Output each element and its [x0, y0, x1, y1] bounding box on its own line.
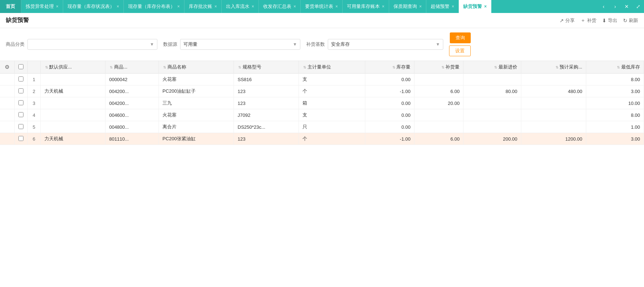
page-header: 缺货预警 ↗ 分享 ＋ 补货 ⬇ 导出 ↻ 刷新 — [0, 13, 644, 28]
nav-tab-8[interactable]: 可用量库存账本 × — [343, 0, 389, 13]
row-name: 三九 — [159, 97, 234, 109]
replenish-select[interactable]: 安全库存 ▼ — [328, 39, 443, 50]
refresh-button[interactable]: ↻ 刷新 — [623, 17, 638, 24]
select-all-checkbox[interactable] — [18, 64, 23, 69]
sort-min-stock-icon: ⇅ — [617, 65, 620, 69]
row-spec: 123 — [234, 85, 299, 97]
row-checkbox[interactable] — [18, 136, 23, 141]
sort-unit-icon: ⇅ — [303, 65, 306, 69]
nav-tab-6[interactable]: 收发存汇总表 × — [259, 0, 301, 13]
data-table: ⚙ ⇅ 默认供应... ⇅ 商品... ⇅ — [0, 61, 644, 145]
settings-button[interactable]: 设置 — [449, 45, 471, 56]
row-unit: 支 — [299, 109, 365, 121]
close-tab-8-icon[interactable]: × — [382, 4, 384, 9]
nav-tab-1[interactable]: 拣货异常处理 × — [21, 0, 63, 13]
close-tab-6-icon[interactable]: × — [293, 4, 296, 9]
table-body: 1 0000042 火花塞 SS816 支 0.00 8.00 2 力天机械 0… — [0, 74, 644, 145]
close-tab-5-icon[interactable]: × — [252, 4, 254, 9]
row-latest-price — [464, 74, 521, 85]
row-checkbox-cell — [14, 109, 27, 121]
nav-tab-9[interactable]: 保质期查询 × — [389, 0, 426, 13]
row-est-purchase — [521, 74, 586, 85]
row-settings-cell — [0, 97, 14, 109]
row-replenish — [414, 109, 464, 121]
nav-prev-button[interactable]: ‹ — [598, 0, 609, 13]
row-num: 5 — [27, 121, 40, 133]
close-tab-2-icon[interactable]: × — [117, 4, 119, 9]
row-checkbox-cell — [14, 133, 27, 145]
row-min-stock: 3.00 — [586, 133, 644, 145]
nav-tab-5[interactable]: 出入库流水 × — [222, 0, 259, 13]
export-button[interactable]: ⬇ 导出 — [602, 17, 617, 24]
close-tab-11-icon[interactable]: × — [484, 4, 487, 9]
close-tab-4-icon[interactable]: × — [214, 4, 217, 9]
row-spec: SS816 — [234, 74, 299, 85]
row-checkbox[interactable] — [18, 124, 23, 129]
nav-tab-11[interactable]: 缺货预警 × — [459, 0, 491, 13]
row-stock: -1.00 — [365, 85, 414, 97]
nav-tab-4[interactable]: 库存批次账 × — [184, 0, 222, 13]
row-est-purchase — [521, 97, 586, 109]
row-num: 2 — [27, 85, 40, 97]
close-tab-10-icon[interactable]: × — [452, 4, 454, 9]
col-header-replenish: ⇅ 补货量 — [414, 61, 464, 74]
row-supplier — [40, 121, 105, 133]
row-est-purchase: 480.00 — [521, 85, 586, 97]
nav-tab-2[interactable]: 现存量（库存状况表） × — [63, 0, 124, 13]
query-button[interactable]: 查询 — [450, 32, 471, 43]
row-unit: 支 — [299, 74, 365, 85]
nav-expand-button[interactable]: ⤢ — [632, 0, 644, 13]
row-spec: DS250*23c... — [234, 121, 299, 133]
row-spec: J7092 — [234, 109, 299, 121]
category-dropdown-arrow-icon: ▼ — [150, 42, 154, 47]
row-code: 004200... — [105, 97, 159, 109]
datasource-label: 数据源 — [163, 41, 177, 48]
row-settings-cell — [0, 121, 14, 133]
col-header-supplier: ⇅ 默认供应... — [40, 61, 105, 74]
row-est-purchase — [521, 109, 586, 121]
row-min-stock: 8.00 — [586, 74, 644, 85]
nav-next-button[interactable]: › — [609, 0, 621, 13]
row-name: PC200油缸缸子 — [159, 85, 234, 97]
refresh-icon: ↻ — [623, 18, 627, 23]
sort-name-icon: ⇅ — [163, 65, 166, 69]
row-unit: 个 — [299, 85, 365, 97]
row-latest-price — [464, 109, 521, 121]
row-code: 004800... — [105, 121, 159, 133]
nav-tab-3[interactable]: 现存量（库存分布表） × — [124, 0, 184, 13]
category-label: 商品分类 — [6, 41, 25, 48]
close-tab-1-icon[interactable]: × — [56, 4, 58, 9]
table-row: 1 0000042 火花塞 SS816 支 0.00 8.00 — [0, 74, 644, 85]
row-replenish: 6.00 — [414, 133, 464, 145]
row-settings-cell — [0, 109, 14, 121]
close-tab-3-icon[interactable]: × — [177, 4, 180, 9]
row-checkbox[interactable] — [18, 112, 23, 117]
table-settings-gear-icon[interactable]: ⚙ — [5, 64, 9, 70]
replenish-button[interactable]: ＋ 补货 — [580, 17, 596, 24]
row-stock: -1.00 — [365, 133, 414, 145]
nav-close-button[interactable]: ✕ — [621, 0, 632, 13]
row-checkbox[interactable] — [18, 88, 23, 93]
datasource-filter-group: 数据源 可用量 ▼ — [163, 39, 300, 50]
row-min-stock: 1.00 — [586, 121, 644, 133]
nav-tab-7[interactable]: 要货单统计表 × — [301, 0, 343, 13]
row-replenish — [414, 121, 464, 133]
nav-tab-10[interactable]: 超储预警 × — [426, 0, 459, 13]
category-select[interactable]: ▼ — [27, 39, 157, 50]
row-code: 801110... — [105, 133, 159, 145]
row-checkbox[interactable] — [18, 100, 23, 105]
datasource-select[interactable]: 可用量 ▼ — [180, 39, 300, 50]
nav-tab-home[interactable]: 首页 — [0, 0, 21, 13]
col-header-code: ⇅ 商品... — [105, 61, 159, 74]
row-checkbox[interactable] — [18, 76, 23, 81]
row-num: 3 — [27, 97, 40, 109]
col-header-min-stock: ⇅ 最低库存 — [586, 61, 644, 74]
close-tab-9-icon[interactable]: × — [419, 4, 422, 9]
close-tab-7-icon[interactable]: × — [335, 4, 338, 9]
header-actions: ↗ 分享 ＋ 补货 ⬇ 导出 ↻ 刷新 — [560, 17, 638, 24]
col-header-num — [27, 61, 40, 74]
category-filter-group: 商品分类 ▼ — [6, 39, 157, 50]
sort-latest-price-icon: ⇅ — [494, 65, 497, 69]
row-name: PC200张紧油缸 — [159, 133, 234, 145]
share-button[interactable]: ↗ 分享 — [560, 17, 575, 24]
